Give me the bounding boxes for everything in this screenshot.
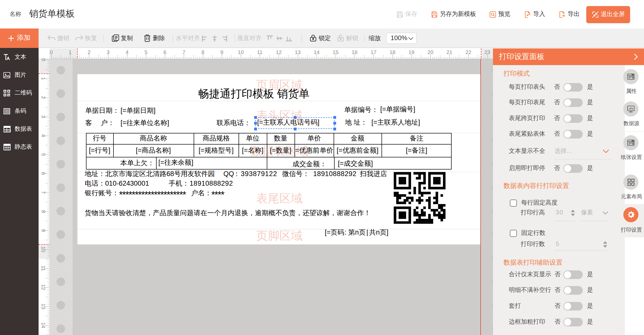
svg-text:101001: 101001 [5,130,11,132]
